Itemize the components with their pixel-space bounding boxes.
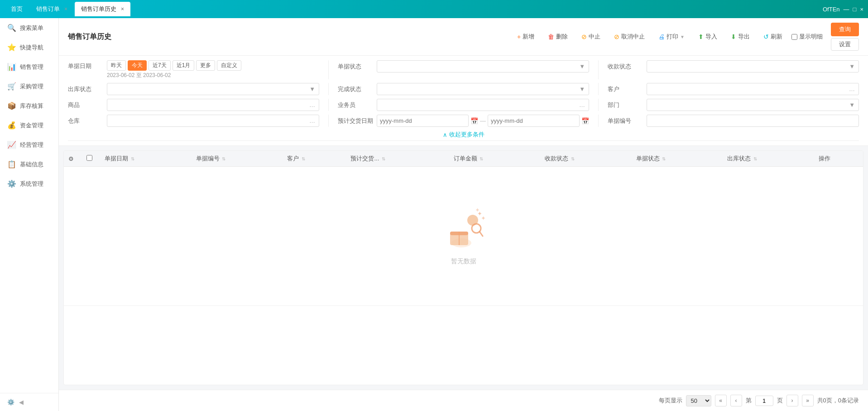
order-no-input[interactable]	[647, 115, 859, 127]
pay-status-chevron: ▼	[849, 63, 855, 70]
first-page-btn[interactable]: «	[715, 395, 727, 406]
tab-sales-order-close[interactable]: ×	[64, 6, 67, 12]
th-order-no-label: 单据编号	[196, 155, 220, 162]
sort-stock-status-icon[interactable]: ⇅	[753, 156, 757, 161]
sidebar-item-finance[interactable]: 💰 资金管理	[0, 116, 58, 135]
sidebar-collapse-icon[interactable]: ◀	[19, 399, 24, 406]
date-btn-today[interactable]: 今天	[128, 60, 147, 71]
dept-select[interactable]: ▼	[647, 99, 859, 111]
sidebar-item-sys-mgmt[interactable]: ⚙️ 系统管理	[0, 174, 58, 193]
window-close-btn[interactable]: ×	[860, 6, 863, 13]
print-icon: 🖨	[658, 33, 665, 40]
select-all-checkbox[interactable]	[86, 155, 92, 161]
sidebar-label-quick-nav: 快捷导航	[20, 44, 43, 52]
stock-out-label: 出库状态	[68, 85, 104, 93]
page-title: 销售订单历史	[68, 32, 111, 42]
date-btn-custom[interactable]: 自定义	[217, 60, 241, 71]
svg-text:✦: ✦	[481, 215, 486, 222]
stock-out-select[interactable]: ▼	[107, 83, 319, 95]
th-expected-date[interactable]: 预计交货... ⇅	[346, 151, 449, 167]
collapse-more-btn[interactable]: ∧ 收起更多条件	[68, 129, 859, 141]
per-page-select[interactable]: 50 100 200	[686, 395, 711, 406]
date-btn-7days[interactable]: 近7天	[149, 60, 171, 71]
sidebar-item-operations[interactable]: 📈 经营管理	[0, 135, 58, 155]
display-toggle-checkbox[interactable]	[791, 34, 797, 40]
window-minimize-btn[interactable]: —	[844, 6, 849, 13]
sidebar-settings-icon[interactable]: ⚙️	[7, 399, 14, 406]
query-btn[interactable]: 查询	[831, 23, 859, 36]
th-date[interactable]: 单据日期 ⇅	[100, 151, 192, 167]
sidebar-item-purchase-mgmt[interactable]: 🛒 采购管理	[0, 77, 58, 96]
date-shortcuts: 昨天 今天 近7天 近1月 更多 自定义	[107, 60, 241, 71]
product-dots[interactable]: …	[309, 102, 315, 108]
new-btn[interactable]: + 新增	[513, 30, 539, 43]
th-settings[interactable]: ⚙	[64, 151, 82, 167]
table-body: ✦ ✦ ✦ 暂无数据	[64, 167, 863, 306]
dept-chevron: ▼	[849, 102, 855, 108]
th-pay-status[interactable]: 收款状态 ⇅	[540, 151, 632, 167]
settings-btn[interactable]: 设置	[831, 38, 859, 51]
print-label: 打印	[667, 33, 678, 41]
last-page-btn[interactable]: »	[802, 395, 814, 406]
window-maximize-btn[interactable]: □	[853, 6, 857, 13]
salesperson-input[interactable]: …	[377, 99, 589, 111]
sidebar-item-inventory[interactable]: 📦 库存核算	[0, 96, 58, 116]
warehouse-dots[interactable]: …	[309, 117, 315, 124]
search-menu-icon: 🔍	[7, 24, 16, 32]
th-customer[interactable]: 客户 ⇅	[283, 151, 346, 167]
next-page-btn[interactable]: ›	[786, 395, 798, 406]
complete-status-select[interactable]: ▼	[377, 83, 589, 95]
th-checkbox[interactable]	[82, 151, 100, 167]
sys-mgmt-icon: ⚙️	[7, 179, 16, 188]
th-order-no[interactable]: 单据编号 ⇅	[192, 151, 283, 167]
empty-text: 暂无数据	[451, 257, 476, 266]
th-stock-status[interactable]: 出库状态 ⇅	[723, 151, 814, 167]
current-page-input[interactable]	[755, 396, 773, 406]
export-btn[interactable]: ⬇ 导出	[726, 30, 754, 43]
tab-sales-order-history[interactable]: 销售订单历史 ×	[75, 2, 130, 16]
th-customer-label: 客户	[287, 155, 299, 162]
sort-pay-status-icon[interactable]: ⇅	[571, 156, 575, 161]
order-status-select[interactable]: ▼	[377, 60, 589, 73]
sort-order-status-icon[interactable]: ⇅	[662, 156, 666, 161]
stop-btn[interactable]: ⊘ 中止	[577, 30, 605, 43]
print-btn[interactable]: 🖨 打印 ▼	[654, 30, 689, 43]
sidebar-item-basic-info[interactable]: 📋 基础信息	[0, 155, 58, 174]
tab-sales-order-history-close[interactable]: ×	[121, 6, 124, 12]
cancel-stop-btn[interactable]: ⊘ 取消中止	[609, 30, 649, 43]
sidebar-item-quick-nav[interactable]: ⭐ 快捷导航	[0, 38, 58, 57]
tab-home[interactable]: 首页	[5, 2, 29, 16]
expected-date-from[interactable]	[377, 115, 469, 127]
customer-input[interactable]: …	[647, 83, 859, 95]
th-order-status[interactable]: 单据状态 ⇅	[632, 151, 723, 167]
expected-date-to[interactable]	[488, 115, 580, 127]
tab-home-label: 首页	[11, 5, 23, 13]
th-amount[interactable]: 订单金额 ⇅	[449, 151, 541, 167]
tab-sales-order[interactable]: 销售订单 ×	[30, 2, 74, 16]
product-input[interactable]: …	[107, 99, 319, 111]
customer-dots[interactable]: …	[849, 86, 855, 92]
display-toggle[interactable]: 显示明细	[791, 33, 823, 41]
date-btn-1month[interactable]: 近1月	[173, 60, 195, 71]
expected-date-to-cal[interactable]: 📅	[581, 117, 589, 125]
sort-date-icon[interactable]: ⇅	[131, 156, 134, 161]
import-btn[interactable]: ⬆ 导入	[694, 30, 722, 43]
sidebar-item-sales-mgmt[interactable]: 📊 销售管理	[0, 57, 58, 77]
date-btn-more[interactable]: 更多	[196, 60, 215, 71]
expected-date-from-cal[interactable]: 📅	[470, 117, 478, 125]
warehouse-input[interactable]: …	[107, 115, 319, 127]
th-amount-label: 订单金额	[454, 155, 477, 162]
delete-btn[interactable]: 🗑 删除	[543, 30, 572, 43]
refresh-btn[interactable]: ↺ 刷新	[759, 30, 787, 43]
sort-order-no-icon[interactable]: ⇅	[222, 156, 225, 161]
date-btn-yesterday[interactable]: 昨天	[107, 60, 126, 71]
sort-amount-icon[interactable]: ⇅	[480, 156, 483, 161]
sidebar-item-search-menu[interactable]: 🔍 搜索菜单	[0, 18, 58, 38]
sort-expected-date-icon[interactable]: ⇅	[382, 156, 385, 161]
salesperson-dots[interactable]: …	[579, 102, 585, 108]
page-header: 销售订单历史 + 新增 🗑 删除 ⊘ 中止 ⊘ 取消中止	[59, 18, 868, 56]
prev-page-btn[interactable]: ‹	[730, 395, 742, 406]
sort-customer-icon[interactable]: ⇅	[302, 156, 305, 161]
pay-status-select[interactable]: ▼	[647, 60, 859, 73]
expected-date-dash: —	[480, 117, 486, 124]
